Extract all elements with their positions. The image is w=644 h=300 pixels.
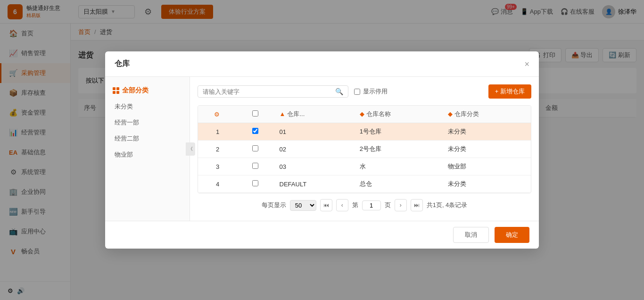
- pagination-row: 每页显示 50 100 200 ⏮ ‹ 第 页 › ⏭ 共1页, 4条记录: [198, 193, 531, 213]
- row-code: 03: [274, 158, 354, 175]
- show-disabled-checkbox[interactable]: [354, 89, 360, 95]
- modal-header: 仓库 ×: [105, 51, 539, 77]
- warehouse-table-wrap: ⚙ ▲仓库... ◆仓库名称 ◆仓库分类 1 01 1号仓库 未分类 2: [198, 105, 531, 193]
- th-category: ◆仓库分类: [442, 106, 531, 123]
- row-category: 未分类: [442, 141, 531, 158]
- row-name: 1号仓库: [354, 123, 443, 141]
- row-category: 未分类: [442, 123, 531, 141]
- table-row[interactable]: 3 03 水 物业部: [198, 158, 531, 175]
- modal-close-btn[interactable]: ×: [524, 60, 529, 68]
- row-index: 1: [198, 123, 237, 141]
- category-item-property[interactable]: 物业部: [105, 147, 190, 163]
- row-code: 01: [274, 123, 354, 141]
- warehouse-table: ⚙ ▲仓库... ◆仓库名称 ◆仓库分类 1 01 1号仓库 未分类 2: [198, 106, 531, 193]
- row-index: 3: [198, 158, 237, 175]
- table-row[interactable]: 4 DEFAULT 总仓 未分类: [198, 175, 531, 193]
- category-item-unclassified[interactable]: 未分类: [105, 99, 190, 115]
- grid-icon: [113, 87, 119, 94]
- table-header-row: ⚙ ▲仓库... ◆仓库名称 ◆仓库分类: [198, 106, 531, 123]
- first-page-btn[interactable]: ⏮: [320, 199, 332, 211]
- cancel-button[interactable]: 取消: [453, 227, 489, 243]
- category-sidebar: 全部分类 未分类 经营一部 经营二部 物业部 《: [105, 77, 190, 221]
- modal-overlay: 仓库 × 全部分类 未分类 经营一部 经营二部 物业部 《: [0, 0, 644, 300]
- next-page-btn[interactable]: ›: [395, 199, 407, 211]
- show-disabled-label[interactable]: 显示停用: [354, 87, 388, 96]
- row-name: 水: [354, 158, 443, 175]
- modal-body: 全部分类 未分类 经营一部 经营二部 物业部 《 🔍 显示停用: [105, 77, 539, 221]
- modal-toolbar: 🔍 显示停用 + 新增仓库: [198, 84, 531, 99]
- category-item-ops2[interactable]: 经营二部: [105, 131, 190, 147]
- row-name: 2号仓库: [354, 141, 443, 158]
- th-settings: ⚙: [198, 106, 237, 123]
- search-icon[interactable]: 🔍: [335, 88, 343, 95]
- table-row[interactable]: 1 01 1号仓库 未分类: [198, 123, 531, 141]
- all-categories-btn[interactable]: 全部分类: [105, 83, 190, 99]
- th-code: ▲仓库...: [274, 106, 354, 123]
- row-index: 2: [198, 141, 237, 158]
- modal-footer: 取消 确定: [105, 221, 539, 249]
- th-name: ◆仓库名称: [354, 106, 443, 123]
- row-checkbox[interactable]: [237, 141, 273, 158]
- modal-warehouse: 仓库 × 全部分类 未分类 经营一部 经营二部 物业部 《: [105, 51, 539, 249]
- row-checkbox[interactable]: [237, 123, 273, 141]
- search-input-wrap: 🔍: [198, 85, 348, 98]
- per-page-select[interactable]: 50 100 200: [290, 200, 316, 211]
- row-category: 未分类: [442, 175, 531, 193]
- add-warehouse-btn[interactable]: + 新增仓库: [488, 84, 531, 99]
- row-code: 02: [274, 141, 354, 158]
- modal-main-panel: 🔍 显示停用 + 新增仓库 ⚙ ▲仓库...: [190, 77, 539, 221]
- row-index: 4: [198, 175, 237, 193]
- category-item-ops1[interactable]: 经营一部: [105, 115, 190, 131]
- page-input[interactable]: [362, 200, 381, 210]
- row-category: 物业部: [442, 158, 531, 175]
- row-checkbox[interactable]: [237, 175, 273, 193]
- table-row[interactable]: 2 02 2号仓库 未分类: [198, 141, 531, 158]
- prev-page-btn[interactable]: ‹: [336, 199, 348, 211]
- row-code: DEFAULT: [274, 175, 354, 193]
- last-page-btn[interactable]: ⏭: [411, 199, 423, 211]
- row-name: 总仓: [354, 175, 443, 193]
- row-checkbox[interactable]: [237, 158, 273, 175]
- search-input[interactable]: [203, 88, 332, 95]
- select-all-checkbox[interactable]: [252, 110, 258, 117]
- modal-title: 仓库: [115, 59, 130, 69]
- category-collapse-btn[interactable]: 《: [186, 142, 195, 156]
- confirm-button[interactable]: 确定: [495, 227, 529, 243]
- th-checkbox: [237, 106, 273, 123]
